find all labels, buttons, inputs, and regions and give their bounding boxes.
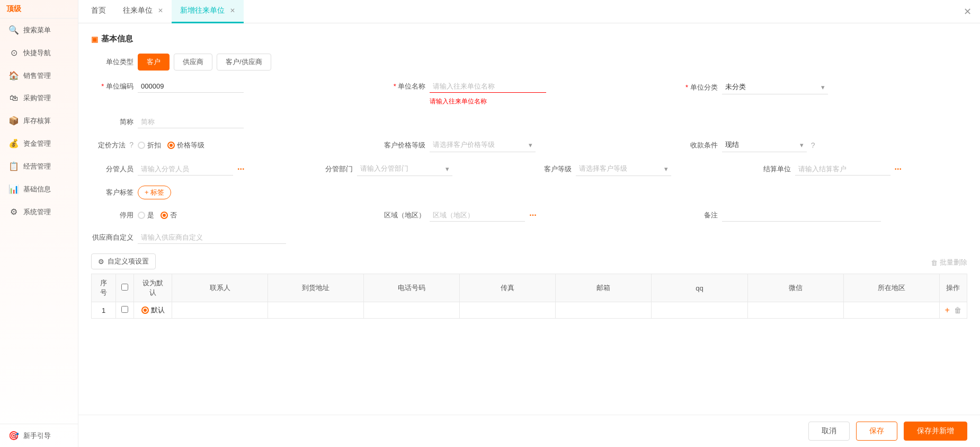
tab-partner-close-icon[interactable]: ✕ xyxy=(158,7,163,14)
unit-name-input[interactable] xyxy=(430,80,546,93)
sidebar-item-guide[interactable]: 🎯 新手引导 xyxy=(0,424,78,447)
save-button[interactable]: 保存 xyxy=(856,422,897,441)
window-close-button[interactable]: ✕ xyxy=(959,6,976,17)
unit-code-input[interactable] xyxy=(138,80,244,93)
row-phone-cell[interactable] xyxy=(364,302,460,319)
col-address: 到货地址 xyxy=(268,274,364,302)
sidebar-item-basic[interactable]: 📊 基础信息 xyxy=(0,178,78,200)
row-area-cell[interactable] xyxy=(843,302,939,319)
sidebar-item-finance[interactable]: 💰 资金管理 xyxy=(0,132,78,155)
pricing-row: 定价方法 ? 折扣 价格等级 客户价格等级 请选择客户价 xyxy=(91,138,967,152)
manager-more-button[interactable]: ··· xyxy=(237,164,244,174)
customer-level-arrow-icon: ▾ xyxy=(664,165,668,173)
purchase-icon: 🛍 xyxy=(8,93,19,103)
unit-category-label: * 单位分类 xyxy=(675,83,718,92)
row-default-radio[interactable] xyxy=(141,306,149,314)
tab-partner[interactable]: 往来单位 ✕ xyxy=(114,0,172,23)
customer-price-level-placeholder: 请选择客户价格等级 xyxy=(433,140,527,150)
sidebar-item-system[interactable]: ⚙ 系统管理 xyxy=(0,200,78,223)
col-contact: 联系人 xyxy=(172,274,268,302)
section-title: ▣ 基本信息 xyxy=(91,34,967,44)
unit-code-label: * 单位编码 xyxy=(91,82,133,91)
region-input[interactable] xyxy=(430,209,525,222)
abbr-row: 简称 xyxy=(91,116,967,128)
row-address-input[interactable] xyxy=(273,306,358,314)
row-qq-input[interactable] xyxy=(657,306,742,314)
add-tag-button[interactable]: + 标签 xyxy=(138,186,171,199)
settlement-unit-input[interactable] xyxy=(795,163,890,176)
department-select[interactable]: 请输入分管部门 ▾ xyxy=(357,162,452,176)
tab-new-partner[interactable]: 新增往来单位 ✕ xyxy=(172,0,244,23)
unit-type-supplier-button[interactable]: 供应商 xyxy=(174,54,212,71)
sidebar-item-quicknav[interactable]: ⊙ 快捷导航 xyxy=(0,41,78,64)
sidebar-item-sales[interactable]: 🏠 销售管理 xyxy=(0,64,78,87)
disabled-no-radio[interactable]: 否 xyxy=(161,211,177,220)
row-address-cell[interactable] xyxy=(268,302,364,319)
manager-field: 分管人员 ··· xyxy=(91,163,310,176)
row-fax-input[interactable] xyxy=(465,306,550,314)
row-phone-input[interactable] xyxy=(369,306,454,314)
row-contact-cell[interactable] xyxy=(172,302,268,319)
payment-terms-select[interactable]: 现结 ▾ xyxy=(722,138,807,152)
row-checkbox[interactable] xyxy=(121,306,128,313)
unit-type-customer-button[interactable]: 客户 xyxy=(138,54,170,71)
row-qq-cell[interactable] xyxy=(652,302,747,319)
region-more-button[interactable]: ··· xyxy=(529,211,536,220)
customer-price-level-label: 客户价格等级 xyxy=(383,141,425,150)
select-all-checkbox[interactable] xyxy=(121,284,128,291)
pricing-discount-radio[interactable]: 折扣 xyxy=(138,141,161,150)
department-placeholder: 请输入分管部门 xyxy=(360,164,443,173)
sidebar-item-label: 系统管理 xyxy=(23,207,51,217)
manager-input[interactable] xyxy=(138,163,233,176)
custom-setting-button[interactable]: ⚙ 自定义项设置 xyxy=(91,253,156,269)
sidebar-item-operations[interactable]: 📋 经营管理 xyxy=(0,155,78,178)
unit-type-both-button[interactable]: 客户/供应商 xyxy=(217,54,271,71)
pricing-discount-label: 折扣 xyxy=(147,141,161,150)
payment-terms-help-icon[interactable]: ? xyxy=(811,141,815,150)
sidebar-item-inventory[interactable]: 📦 库存核算 xyxy=(0,109,78,132)
row-fax-cell[interactable] xyxy=(460,302,556,319)
tab-home[interactable]: 首页 xyxy=(83,0,114,23)
save-new-button[interactable]: 保存并新增 xyxy=(904,422,967,441)
supplier-custom-input[interactable] xyxy=(138,231,286,244)
pricing-method-help-icon[interactable]: ? xyxy=(129,141,133,149)
unit-type-row: 单位类型 客户 供应商 客户/供应商 xyxy=(91,54,967,71)
custom-setting-icon: ⚙ xyxy=(98,258,104,266)
disabled-yes-radio[interactable]: 是 xyxy=(138,211,154,220)
cancel-button[interactable]: 取消 xyxy=(808,422,850,441)
basic-icon: 📊 xyxy=(8,184,19,194)
tab-home-label: 首页 xyxy=(91,6,106,15)
supplier-custom-row: 供应商自定义 xyxy=(91,231,967,244)
unit-type-label: 单位类型 xyxy=(91,57,133,67)
payment-terms-field: 收款条件 现结 ▾ ? xyxy=(675,138,967,152)
sidebar-logo: 顶级 xyxy=(0,0,78,19)
row-wechat-input[interactable] xyxy=(753,306,838,314)
tab-new-partner-close-icon[interactable]: ✕ xyxy=(230,7,235,14)
sidebar-item-purchase[interactable]: 🛍 采购管理 xyxy=(0,87,78,109)
settlement-unit-more-button[interactable]: ··· xyxy=(895,164,902,174)
customer-price-level-select[interactable]: 请选择客户价格等级 ▾ xyxy=(430,138,536,152)
row-area-input[interactable] xyxy=(849,306,934,314)
sales-icon: 🏠 xyxy=(8,71,19,81)
row-email-cell[interactable] xyxy=(556,302,652,319)
remark-input[interactable] xyxy=(722,209,881,222)
unit-category-select[interactable]: 未分类 ▾ xyxy=(722,80,828,94)
pricing-discount-circle xyxy=(138,142,145,149)
abbr-input[interactable] xyxy=(138,116,244,128)
sidebar-item-label: 销售管理 xyxy=(23,71,51,81)
row-wechat-cell[interactable] xyxy=(747,302,843,319)
pricing-level-radio[interactable]: 价格等级 xyxy=(167,141,204,150)
sidebar-item-search[interactable]: 🔍 搜索菜单 xyxy=(0,19,78,41)
unit-name-error: 请输入往来单位名称 xyxy=(430,98,487,105)
disabled-yes-circle xyxy=(138,212,145,219)
customer-level-select[interactable]: 请选择客户等级 ▾ xyxy=(576,162,671,176)
batch-delete-label[interactable]: 批量删除 xyxy=(940,258,967,267)
row-delete-button[interactable]: 🗑 xyxy=(954,306,961,314)
search-icon: 🔍 xyxy=(8,25,19,35)
row-add-button[interactable]: + xyxy=(945,305,950,315)
row-contact-input[interactable] xyxy=(177,306,262,314)
custom-setting-label: 自定义项设置 xyxy=(108,257,149,266)
batch-delete-icon: 🗑 xyxy=(931,259,938,267)
row-email-input[interactable] xyxy=(561,306,646,314)
col-fax: 传真 xyxy=(460,274,556,302)
